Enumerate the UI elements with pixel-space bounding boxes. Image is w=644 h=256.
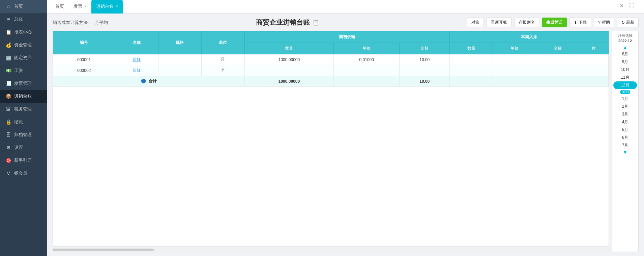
col-spec-header: 规格 (158, 31, 201, 54)
total-icon: 🔵 (141, 79, 146, 83)
total-cp-price (493, 76, 536, 87)
download-button[interactable]: ⬇ 下载 (569, 18, 591, 27)
table-wrapper: 编号 名称 规格 单位 期初余额 本期入库 数量 单价 金额 (53, 31, 609, 247)
sidebar-item-report-center[interactable]: 📋 报表中心 (0, 26, 47, 39)
window-close-button[interactable]: ✕ (619, 3, 624, 9)
month-item-7[interactable]: 7月 (613, 142, 637, 149)
row1-spec (158, 54, 201, 65)
sidebar-item-settings[interactable]: ⚙ 设置 (0, 141, 47, 154)
month-item-1[interactable]: 1月 (613, 95, 637, 103)
purchase-sales-icon: 📦 (5, 94, 11, 99)
sidebar-item-beginner-guide[interactable]: 🎯 新手引导 (0, 154, 47, 167)
download-icon: ⬇ (574, 20, 577, 25)
data-table: 编号 名称 规格 单位 期初余额 本期入库 数量 单价 金额 (53, 31, 609, 87)
tab-home[interactable]: 首页 (51, 0, 69, 14)
month-selector-panel: 月份选择 2022.12 ▲ 8月 9月 10月 11月 12月 2023 1月… (612, 31, 639, 252)
table-row: 000002 前缸 个 (53, 65, 609, 76)
col-id-header: 编号 (53, 31, 115, 54)
row2-unit: 个 (201, 65, 244, 76)
help-button[interactable]: ? 帮助 (594, 18, 614, 27)
save-as-button[interactable]: 存报别名 (514, 18, 539, 27)
invoice-icon: 🧾 (5, 81, 11, 86)
sidebar-item-fund-management[interactable]: 💰 资金管理 (0, 39, 47, 51)
main-area: 首页 发票 × 进销台账 × ✕ ⛶ 销售成本计算方法： 月平均 商贸企业进销台… (47, 0, 644, 256)
row2-name: 前缸 (115, 65, 158, 76)
page-title-area: 商贸企业进销台账 📋 (256, 18, 319, 27)
total-pb-qty: 1000.00000 (244, 76, 333, 87)
settings-icon: ⚙ (5, 145, 11, 150)
toolbar: 对账 重新开账 存报别名 生成凭证 ⬇ 下载 ? 帮助 ↻ 刷新 (467, 18, 639, 27)
row2-cp-extra (579, 65, 609, 76)
row2-pb-price (334, 65, 400, 76)
pb-price-header: 单价 (334, 43, 400, 54)
tax-icon: 🏛 (5, 106, 11, 112)
total-row: 🔵 合计 1000.00000 10.00 (53, 76, 609, 87)
row1-cp-price (493, 54, 536, 65)
total-cp-extra (579, 76, 609, 87)
cp-qty-header: 数量 (450, 43, 493, 54)
col-unit-header: 单位 (201, 31, 244, 54)
refresh-button[interactable]: ↻ 刷新 (617, 18, 639, 27)
horizontal-scrollbar[interactable] (53, 248, 609, 252)
page-title: 商贸企业进销台账 (256, 18, 310, 27)
row1-id: 000001 (53, 54, 115, 65)
month-item-5[interactable]: 5月 (613, 126, 637, 134)
sidebar: ⌂ 首页 ≡ 总账 📋 报表中心 💰 资金管理 🏢 固定资产 💵 工资 🧾 发票… (0, 0, 47, 256)
row2-cp-price (493, 65, 536, 76)
row2-cp-amount (536, 65, 579, 76)
tab-purchase-sales-close[interactable]: × (116, 4, 118, 9)
fund-icon: 💰 (5, 42, 11, 48)
row1-cp-amount (536, 54, 579, 65)
sidebar-item-home[interactable]: ⌂ 首页 (0, 0, 47, 13)
window-fullscreen-button[interactable]: ⛶ (629, 3, 634, 8)
ledger-icon: ≡ (5, 17, 11, 22)
total-cp-qty (450, 76, 493, 87)
month-item-6[interactable]: 6月 (613, 134, 637, 142)
row1-unit: 只 (201, 54, 244, 65)
tab-invoice-close[interactable]: × (84, 4, 87, 9)
row1-cp-qty (450, 54, 493, 65)
month-item-11[interactable]: 11月 (613, 74, 637, 81)
membership-icon: V (5, 171, 11, 176)
year-2023-badge: 2023 (620, 90, 630, 94)
report-icon: 📋 (5, 29, 11, 35)
month-item-2[interactable]: 2月 (613, 103, 637, 110)
month-selector-title: 月份选择 (618, 33, 633, 38)
sidebar-item-invoice-management[interactable]: 🧾 发票管理 (0, 77, 47, 90)
sidebar-item-purchase-sales[interactable]: 📦 进销台账 (0, 90, 47, 103)
sidebar-item-payroll[interactable]: 💵 工资 (0, 64, 47, 77)
table-area: 编号 名称 规格 单位 期初余额 本期入库 数量 单价 金额 (53, 31, 609, 252)
row1-pb-qty: 1000.00000 (244, 54, 333, 65)
row1-name: 前缸 (115, 54, 158, 65)
cp-price-header: 单价 (493, 43, 536, 54)
total-pb-amount: 10.00 (400, 76, 450, 87)
scrollbar-thumb[interactable] (53, 249, 154, 251)
sidebar-item-membership[interactable]: V 畅会员 (0, 167, 47, 180)
cost-method-info: 销售成本计算方法： 月平均 (53, 20, 108, 26)
sidebar-item-closing[interactable]: 🔒 结账 (0, 116, 47, 128)
tab-invoice[interactable]: 发票 × (69, 0, 91, 14)
cp-amount-header: 金额 (536, 43, 579, 54)
reopen-button[interactable]: 重新开账 (487, 18, 511, 27)
month-item-3[interactable]: 3月 (613, 110, 637, 118)
sidebar-item-fixed-assets[interactable]: 🏢 固定资产 (0, 51, 47, 64)
reconcile-button[interactable]: 对账 (467, 18, 484, 27)
closing-icon: 🔒 (5, 119, 11, 125)
month-scroll-up-button[interactable]: ▲ (622, 44, 628, 50)
payroll-icon: 💵 (5, 68, 11, 73)
month-item-9[interactable]: 9月 (613, 58, 637, 66)
sidebar-item-archive-management[interactable]: 🗄 归档管理 (0, 128, 47, 141)
month-item-4[interactable]: 4月 (613, 118, 637, 126)
tab-bar: 首页 发票 × 进销台账 × ✕ ⛶ (47, 0, 644, 14)
row2-pb-qty (244, 65, 333, 76)
info-icon[interactable]: 📋 (313, 19, 319, 26)
generate-voucher-button[interactable]: 生成凭证 (542, 18, 567, 27)
month-item-12[interactable]: 12月 (613, 81, 637, 89)
total-pb-price (334, 76, 400, 87)
month-scroll-down-button[interactable]: ▼ (622, 149, 628, 155)
tab-purchase-sales[interactable]: 进销台账 × (91, 0, 123, 14)
month-item-8[interactable]: 8月 (613, 50, 637, 58)
month-item-10[interactable]: 10月 (613, 66, 637, 74)
sidebar-item-general-ledger[interactable]: ≡ 总账 (0, 13, 47, 26)
sidebar-item-tax-management[interactable]: 🏛 税务管理 (0, 103, 47, 116)
